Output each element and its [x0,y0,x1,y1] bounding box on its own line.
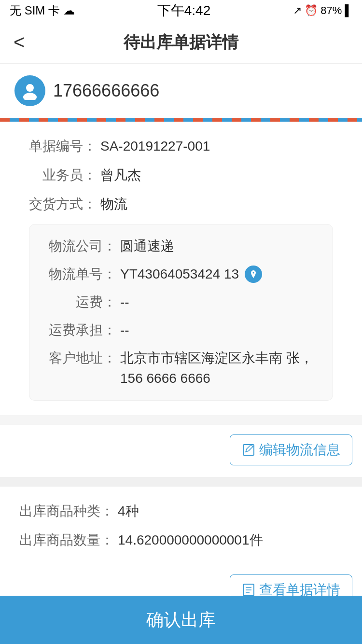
status-bar: 无 SIM 卡 ☁ 下午4:42 ↗ ⏰ 87% ▌ [0,0,362,21]
logistics-tracking-label: 物流单号： [39,264,116,284]
delivery-row: 交货方式： 物流 [19,194,343,214]
delivery-value: 物流 [100,194,343,214]
logistics-address-value: 北京市市辖区海淀区永丰南 张，156 6666 6666 [120,348,323,389]
nav-bar: < 待出库单据详情 [0,21,362,64]
status-right: ↗ ⏰ 87% ▌ [293,4,352,17]
logistics-address-label: 客户地址： [39,348,116,368]
goods-types-label: 出库商品种类： [19,501,114,521]
salesman-value: 曾凡杰 [100,165,343,185]
avatar [14,75,45,106]
status-time: 下午4:42 [157,1,211,20]
goods-quantity-value: 14.620000000000001件 [118,530,343,550]
salesman-label: 业务员： [19,165,97,185]
logistics-freight-bearer-label: 运费承担： [39,320,116,340]
logistics-freight-value: -- [120,292,323,312]
logistics-company-label: 物流公司： [39,236,116,256]
edit-btn-row: 编辑物流信息 [0,425,362,477]
document-icon [242,583,255,597]
logistics-freight-row: 运费： -- [39,292,323,312]
logistics-freight-label: 运费： [39,292,116,312]
edit-logistics-button[interactable]: 编辑物流信息 [230,434,352,465]
logistics-company-value: 圆通速递 [120,236,323,256]
section-divider [0,477,362,487]
logistics-tracking-row: 物流单号： YT43064053424 13 [39,264,323,284]
document-number-label: 单据编号： [19,136,97,156]
svg-point-1 [23,93,37,100]
goods-section: 出库商品种类： 4种 出库商品数量： 14.620000000000001件 [0,487,362,565]
delivery-label: 交货方式： [19,194,97,214]
document-info-section: 单据编号： SA-20191227-001 业务员： 曾凡杰 交货方式： 物流 … [0,122,362,415]
document-number-value: SA-20191227-001 [100,136,343,156]
user-phone: 17666666666 [53,81,159,101]
logistics-freight-bearer-row: 运费承担： -- [39,320,323,340]
logistics-address-row: 客户地址： 北京市市辖区海淀区永丰南 张，156 6666 6666 [39,348,323,389]
svg-point-0 [26,84,34,92]
goods-types-value: 4种 [118,501,343,521]
goods-quantity-label: 出库商品数量： [19,530,114,550]
tracking-location-icon[interactable] [245,266,262,283]
back-button[interactable]: < [14,31,25,53]
logistics-company-row: 物流公司： 圆通速递 [39,236,323,256]
status-left: 无 SIM 卡 ☁ [10,3,75,18]
logistics-freight-bearer-value: -- [120,320,323,340]
confirm-button-label: 确认出库 [146,608,216,632]
alarm-icon: ⏰ [305,4,318,17]
logistics-card: 物流公司： 圆通速递 物流单号： YT43064053424 13 运费： --… [29,224,333,401]
location-icon: ↗ [293,4,302,17]
page-title: 待出库单据详情 [124,31,238,54]
sim-status: 无 SIM 卡 ☁ [10,3,75,18]
salesman-row: 业务员： 曾凡杰 [19,165,343,185]
document-number-row: 单据编号： SA-20191227-001 [19,136,343,156]
edit-icon [242,443,255,457]
goods-types-row: 出库商品种类： 4种 [19,501,343,521]
battery-level: 87% [320,4,342,17]
user-header: 17666666666 [0,64,362,118]
confirm-button-area[interactable]: 确认出库 [0,596,362,644]
goods-quantity-row: 出库商品数量： 14.620000000000001件 [19,530,343,550]
logistics-tracking-value: YT43064053424 13 [120,264,323,284]
dashed-divider [0,118,362,122]
battery-icon: ▌ [345,4,352,17]
